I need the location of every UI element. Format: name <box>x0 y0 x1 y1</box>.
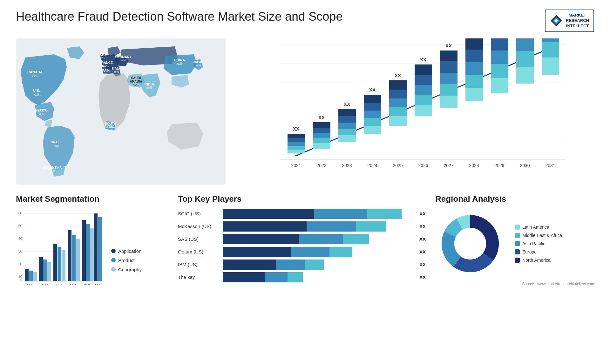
svg-text:xx%: xx% <box>120 59 126 62</box>
svg-rect-73 <box>389 80 407 90</box>
svg-text:30: 30 <box>18 249 22 253</box>
svg-rect-134 <box>33 272 37 281</box>
svg-rect-91 <box>465 38 483 50</box>
svg-text:2023: 2023 <box>342 163 352 168</box>
svg-text:BRAZIL: BRAZIL <box>51 140 63 144</box>
svg-rect-64 <box>364 118 381 126</box>
svg-text:AFRICA: AFRICA <box>105 125 117 129</box>
svg-rect-47 <box>288 142 305 146</box>
player-bar-ibm <box>223 260 413 270</box>
svg-rect-83 <box>440 73 458 84</box>
player-xx-sas: XX <box>419 236 426 242</box>
legend-item-application: Application <box>111 248 142 254</box>
player-row-optum: Optum (US) XX <box>178 247 426 257</box>
donut-chart-svg <box>435 209 505 279</box>
player-xx-ibm: XX <box>419 262 426 267</box>
regional-legend-asia: Asia Pacific <box>515 241 562 246</box>
svg-text:xx%: xx% <box>108 129 113 132</box>
bottom-grid: Market Segmentation 60 50 40 30 20 10 0 <box>16 194 594 286</box>
svg-rect-133 <box>29 271 33 281</box>
player-bar-scio <box>223 209 413 219</box>
svg-rect-75 <box>415 105 432 116</box>
svg-rect-106 <box>491 51 508 64</box>
svg-text:SPAIN: SPAIN <box>100 69 110 72</box>
svg-rect-143 <box>76 239 80 281</box>
regional-legend-latin: Latin America <box>515 225 562 230</box>
legend-dot-product <box>111 258 116 262</box>
svg-text:40: 40 <box>18 237 22 240</box>
svg-rect-48 <box>288 138 305 142</box>
svg-rect-59 <box>338 123 356 129</box>
regional-color-mea <box>515 233 520 238</box>
players-list: SCIO (US) XX McKesson (US) <box>178 209 426 282</box>
regional-color-asia <box>515 241 520 246</box>
regional-color-latin <box>515 225 520 230</box>
player-name-optum: Optum (US) <box>178 249 219 254</box>
players-title: Top Key Players <box>178 194 426 204</box>
svg-rect-88 <box>465 75 483 88</box>
svg-text:60: 60 <box>18 211 22 215</box>
player-xx-scio: XX <box>419 211 426 216</box>
svg-text:U.S.: U.S. <box>33 89 40 92</box>
svg-rect-69 <box>389 116 407 126</box>
source-text: Source : www.marketresearchintellect.com <box>435 282 594 286</box>
svg-rect-140 <box>62 250 65 281</box>
player-row-scio: SCIO (US) XX <box>178 209 426 219</box>
page-title: Healthcare Fraud Detection Software Mark… <box>16 10 343 24</box>
svg-text:XX: XX <box>344 101 350 107</box>
svg-rect-115 <box>542 38 559 42</box>
svg-rect-72 <box>389 90 407 98</box>
logo-icon <box>550 14 563 27</box>
svg-rect-104 <box>491 78 508 93</box>
player-name-thekey: The key <box>178 274 219 280</box>
svg-text:2028: 2028 <box>469 163 479 168</box>
svg-text:2025: 2025 <box>83 283 91 285</box>
svg-rect-60 <box>338 116 356 123</box>
svg-point-161 <box>454 228 486 260</box>
svg-text:SAUDI: SAUDI <box>131 76 141 80</box>
svg-text:2025: 2025 <box>393 163 403 168</box>
svg-text:2026: 2026 <box>418 163 428 168</box>
svg-text:2021: 2021 <box>291 163 301 168</box>
regional-legend-europe: Europe <box>515 249 562 254</box>
svg-text:xx%: xx% <box>103 64 109 68</box>
svg-rect-45 <box>288 150 305 153</box>
svg-text:0: 0 <box>20 278 22 282</box>
svg-rect-135 <box>39 257 43 281</box>
svg-rect-110 <box>516 51 534 67</box>
legend-dot-geography <box>111 267 116 272</box>
svg-text:xx%: xx% <box>146 86 152 90</box>
player-bar-optum <box>223 247 413 257</box>
svg-text:2024: 2024 <box>367 163 377 168</box>
svg-rect-90 <box>465 50 483 62</box>
regional-legend: Latin America Middle East & Africa Asia … <box>515 225 562 263</box>
svg-text:XX: XX <box>395 73 401 78</box>
svg-rect-76 <box>415 95 432 105</box>
svg-text:2027: 2027 <box>444 163 453 168</box>
svg-text:xx%: xx% <box>34 93 40 96</box>
svg-text:20: 20 <box>18 262 22 266</box>
svg-rect-81 <box>440 96 458 108</box>
svg-rect-114 <box>542 42 559 57</box>
segmentation-chart-svg: 60 50 40 30 20 10 0 <box>16 209 105 285</box>
svg-text:xx%: xx% <box>38 112 44 116</box>
svg-text:2024: 2024 <box>69 283 77 285</box>
svg-rect-139 <box>58 247 61 281</box>
svg-text:xx%: xx% <box>113 70 119 73</box>
svg-rect-79 <box>415 64 432 75</box>
svg-text:XX: XX <box>318 115 325 120</box>
svg-rect-53 <box>313 133 330 138</box>
svg-rect-61 <box>338 109 356 116</box>
svg-rect-111 <box>516 38 534 51</box>
svg-text:MEXICO: MEXICO <box>35 109 48 112</box>
header: Healthcare Fraud Detection Software Mark… <box>16 10 594 32</box>
svg-text:xx%: xx% <box>102 72 107 76</box>
player-name-ibm: IBM (US) <box>178 262 219 267</box>
player-name-scio: SCIO (US) <box>178 211 219 216</box>
svg-rect-107 <box>491 38 508 51</box>
player-row-sas: SAS (US) XX <box>178 234 426 244</box>
svg-rect-89 <box>465 62 483 75</box>
legend-label-geography: Geography <box>118 267 142 272</box>
map-container: CANADA xx% U.S. xx% MEXICO xx% BRAZIL xx… <box>16 38 226 185</box>
svg-rect-49 <box>288 134 305 138</box>
